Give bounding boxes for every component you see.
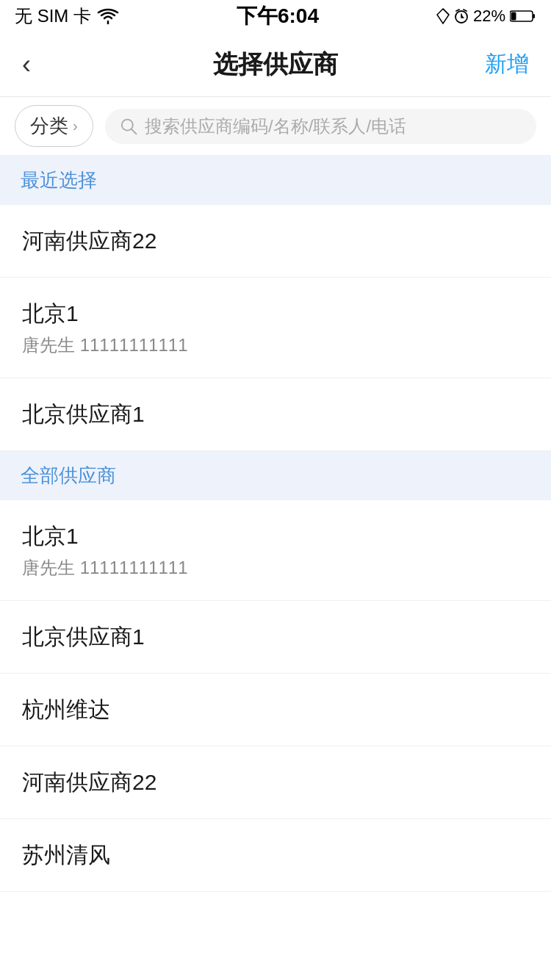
item-name: 河南供应商22 <box>22 226 529 256</box>
item-name: 苏州清风 <box>22 840 529 871</box>
svg-rect-2 <box>533 14 535 18</box>
status-bar: 无 SIM 卡 下午6:04 22% <box>0 0 551 32</box>
item-name: 河南供应商22 <box>22 767 529 798</box>
filter-bar: 分类 › <box>0 97 551 156</box>
recent-section-title: 最近选择 <box>21 169 97 191</box>
no-sim-text: 无 SIM 卡 <box>15 4 91 28</box>
search-icon <box>120 117 137 136</box>
all-section-title: 全部供应商 <box>21 464 116 486</box>
alarm-icon <box>454 8 469 24</box>
list-item[interactable]: 北京供应商1 <box>0 378 551 451</box>
recent-items-list: 河南供应商22 北京1 唐先生 11111111111 北京供应商1 <box>0 205 551 451</box>
list-item[interactable]: 北京1 唐先生 11111111111 <box>0 278 551 378</box>
item-name: 杭州维达 <box>22 694 529 725</box>
item-name: 北京1 <box>22 298 529 329</box>
all-section-header: 全部供应商 <box>0 451 551 500</box>
category-button[interactable]: 分类 › <box>15 105 93 147</box>
status-left: 无 SIM 卡 <box>15 4 119 28</box>
battery-icon <box>510 10 536 23</box>
all-items-list: 北京1 唐先生 11111111111 北京供应商1 杭州维达 河南供应商22 … <box>0 500 551 892</box>
category-label: 分类 <box>30 113 68 139</box>
item-contact: 唐先生 11111111111 <box>22 556 529 580</box>
list-item[interactable]: 杭州维达 <box>0 674 551 746</box>
battery-percent: 22% <box>473 7 505 26</box>
status-time: 下午6:04 <box>237 2 319 30</box>
list-item[interactable]: 河南供应商22 <box>0 746 551 819</box>
search-input[interactable] <box>145 116 522 137</box>
recent-section-header: 最近选择 <box>0 156 551 205</box>
item-name: 北京供应商1 <box>22 621 529 652</box>
nav-bar: ‹ 选择供应商 新增 <box>0 32 551 97</box>
add-button[interactable]: 新增 <box>485 49 529 79</box>
list-item[interactable]: 北京供应商1 <box>0 601 551 674</box>
wifi-icon <box>97 8 119 24</box>
location-icon <box>436 8 450 24</box>
page-title: 选择供应商 <box>213 48 338 82</box>
item-name: 北京供应商1 <box>22 399 529 430</box>
svg-rect-3 <box>511 12 516 21</box>
chevron-right-icon: › <box>73 118 78 134</box>
item-contact: 唐先生 11111111111 <box>22 334 529 357</box>
list-item[interactable]: 苏州清风 <box>0 819 551 892</box>
item-name: 北京1 <box>22 521 529 552</box>
back-button[interactable]: ‹ <box>22 49 66 80</box>
list-item[interactable]: 北京1 唐先生 11111111111 <box>0 500 551 601</box>
list-item[interactable]: 河南供应商22 <box>0 205 551 278</box>
search-box <box>105 109 536 144</box>
status-right: 22% <box>436 7 536 26</box>
